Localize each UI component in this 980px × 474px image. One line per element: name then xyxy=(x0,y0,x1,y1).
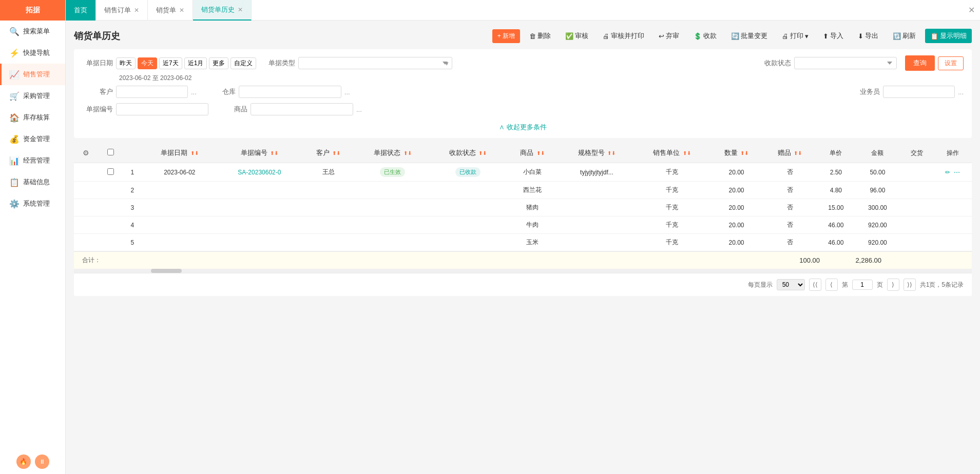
sidebar-logo: 拓据 xyxy=(0,0,65,21)
review-print-button[interactable]: 🖨 审核并打印 xyxy=(598,29,649,43)
row-date xyxy=(142,182,218,199)
sidebar-item-purchase-mgmt[interactable]: 🛒 采购管理 xyxy=(0,85,65,107)
page-number-input[interactable] xyxy=(852,280,873,290)
col-spec[interactable]: 规格型号 ⬆⬇ xyxy=(559,143,635,163)
more-action-link[interactable]: ⋯ xyxy=(954,169,960,176)
collect-icon: 💲 xyxy=(694,32,702,40)
sidebar-item-quick-nav[interactable]: ⚡ 快捷导航 xyxy=(0,42,65,64)
tab-sales-invoice[interactable]: 销货单 ✕ xyxy=(148,0,193,21)
first-page-btn[interactable]: ⟨⟨ xyxy=(809,279,821,291)
row-number xyxy=(217,216,301,234)
tab-sales-history[interactable]: 销货单历史 ✕ xyxy=(193,0,252,21)
basic-info-icon: 📋 xyxy=(10,177,19,187)
print-button[interactable]: 🖨 打印 ▾ xyxy=(777,29,814,43)
row-select-checkbox[interactable] xyxy=(107,168,114,175)
sidebar-item-finance-mgmt[interactable]: 💰 资金管理 xyxy=(0,128,65,150)
doc-number-label: 单据编号 xyxy=(82,105,113,114)
batch-change-button[interactable]: 🔄 批量变更 xyxy=(726,29,773,43)
window-close-icon[interactable]: ✕ xyxy=(968,6,975,14)
date-btn-7days[interactable]: 近7天 xyxy=(159,57,182,69)
doc-number-link[interactable]: SA-20230602-0 xyxy=(238,169,281,176)
tab-sales-invoice-close[interactable]: ✕ xyxy=(179,7,184,14)
warehouse-input[interactable] xyxy=(239,86,341,98)
doc-type-select[interactable] xyxy=(298,57,452,69)
filter-collapse-btn[interactable]: ∧ 收起更多条件 xyxy=(82,121,964,132)
date-btn-custom[interactable]: 自定义 xyxy=(230,57,256,69)
tab-home[interactable]: 首页 xyxy=(66,0,96,21)
query-button[interactable]: 查询 xyxy=(905,55,935,71)
tab-sales-invoice-label: 销货单 xyxy=(156,6,176,15)
customer-more-icon[interactable]: ... xyxy=(191,88,197,96)
pay-status-select[interactable] xyxy=(794,57,897,69)
edit-action-link[interactable]: ✏ xyxy=(945,169,950,176)
show-details-button[interactable]: 📋 显示明细 xyxy=(925,29,972,43)
sidebar-bottom-fire-btn[interactable]: 🔥 xyxy=(16,455,31,469)
customer-input[interactable] xyxy=(116,86,188,98)
filter-item-pay-status: 收款状态 xyxy=(760,57,897,69)
col-pay-status[interactable]: 收款状态 ⬆⬇ xyxy=(430,143,506,163)
salesperson-input[interactable] xyxy=(883,86,955,98)
import-button[interactable]: ⬆ 导入 xyxy=(818,29,849,43)
per-page-select[interactable]: 50 100 200 xyxy=(777,279,805,290)
table-body: 1 2023-06-02 SA-20230602-0 王总 已生效 已收款 小白… xyxy=(74,163,972,251)
tab-sales-order-close[interactable]: ✕ xyxy=(134,7,139,14)
row-date xyxy=(142,199,218,216)
review-button[interactable]: ✅ 审核 xyxy=(560,29,593,43)
col-amount: 金额 xyxy=(855,143,900,163)
export-button[interactable]: ⬇ 导出 xyxy=(853,29,883,43)
column-settings-icon[interactable]: ⚙ xyxy=(83,149,89,157)
sidebar-bottom-pause-btn[interactable]: ⏸ xyxy=(35,455,49,469)
tab-sales-order[interactable]: 销售订单 ✕ xyxy=(96,0,148,21)
row-gift: 否 xyxy=(763,234,817,251)
row-quantity: 20.00 xyxy=(710,182,763,199)
row-gear xyxy=(74,234,99,251)
search-menu-icon: 🔍 xyxy=(10,27,19,36)
date-btn-more[interactable]: 更多 xyxy=(209,57,228,69)
date-btn-yesterday[interactable]: 昨天 xyxy=(116,57,136,69)
col-gear[interactable]: ⚙ xyxy=(74,143,99,163)
discard-button[interactable]: ↩ 弃审 xyxy=(654,29,684,43)
filter-row-daterange: 2023-06-02 至 2023-06-02 xyxy=(82,74,964,83)
sidebar-item-operations-mgmt[interactable]: 📊 经营管理 xyxy=(0,150,65,171)
filter-item-daterange-text: 2023-06-02 至 2023-06-02 xyxy=(82,74,191,83)
footer-label: 合计： xyxy=(82,256,123,265)
col-quantity[interactable]: 数量 ⬆⬇ xyxy=(710,143,763,163)
product-input[interactable] xyxy=(251,103,353,115)
col-date[interactable]: 单据日期 ⬆⬇ xyxy=(142,143,218,163)
sidebar-item-sales-mgmt[interactable]: 📈 销售管理 xyxy=(0,64,65,85)
select-all-checkbox[interactable] xyxy=(107,149,114,155)
sidebar-item-inventory[interactable]: 🏠 库存核算 xyxy=(0,107,65,128)
row-unit: 千克 xyxy=(635,216,710,234)
col-number[interactable]: 单据编号 ⬆⬇ xyxy=(217,143,301,163)
date-btn-today[interactable]: 今天 xyxy=(138,57,157,69)
delete-button[interactable]: 🗑 删除 xyxy=(524,29,556,43)
salesperson-more-icon[interactable]: ... xyxy=(958,88,964,96)
collect-button[interactable]: 💲 收款 xyxy=(688,29,722,43)
col-product[interactable]: 商品 ⬆⬇ xyxy=(506,143,559,163)
scroll-thumb[interactable] xyxy=(151,269,182,273)
horizontal-scrollbar[interactable] xyxy=(74,269,972,273)
sidebar-item-system-mgmt[interactable]: ⚙️ 系统管理 xyxy=(0,193,65,214)
warehouse-more-icon[interactable]: ... xyxy=(344,88,350,96)
next-page-btn[interactable]: ⟩ xyxy=(887,279,899,291)
sidebar-item-search-menu[interactable]: 🔍 搜索菜单 xyxy=(0,21,65,42)
tab-sales-history-close[interactable]: ✕ xyxy=(238,6,243,13)
col-gift[interactable]: 赠品 ⬆⬇ xyxy=(763,143,817,163)
col-unit[interactable]: 销售单位 ⬆⬇ xyxy=(635,143,710,163)
total-pages-info: 共1页，5条记录 xyxy=(920,281,964,289)
sidebar-item-basic-info[interactable]: 📋 基础信息 xyxy=(0,171,65,193)
batch-change-icon: 🔄 xyxy=(731,32,739,40)
row-unit: 千克 xyxy=(635,163,710,182)
export-icon: ⬇ xyxy=(858,32,863,40)
new-button[interactable]: + 新增 xyxy=(492,29,520,43)
refresh-button[interactable]: 🔃 刷新 xyxy=(888,29,921,43)
col-doc-status[interactable]: 单据状态 ⬆⬇ xyxy=(355,143,431,163)
set-button[interactable]: 设置 xyxy=(938,56,964,70)
col-customer[interactable]: 客户 ⬆⬇ xyxy=(302,143,355,163)
product-more-icon[interactable]: ... xyxy=(356,106,362,113)
spec-sort-icon: ⬆⬇ xyxy=(607,150,616,156)
prev-page-btn[interactable]: ⟨ xyxy=(825,279,838,291)
last-page-btn[interactable]: ⟩⟩ xyxy=(904,279,916,291)
doc-number-input[interactable] xyxy=(116,103,208,115)
date-btn-1month[interactable]: 近1月 xyxy=(184,57,207,69)
